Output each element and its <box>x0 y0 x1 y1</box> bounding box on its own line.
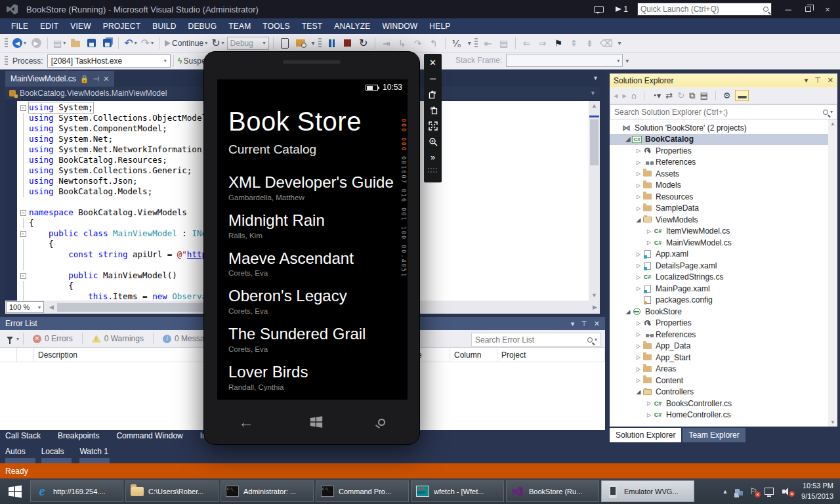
hex-toggle-button[interactable]: ⅟₀ <box>450 36 464 51</box>
stack-frame-dropdown[interactable]: ▾ <box>506 54 623 67</box>
preview-selected-items-button[interactable]: ▬ <box>735 90 749 101</box>
toolbar-overflow[interactable]: ▾ <box>618 39 621 47</box>
tree-item-content[interactable]: ▷Content <box>610 375 837 387</box>
home-button[interactable]: ⌂ <box>631 91 637 100</box>
expander-icon[interactable]: ▷ <box>645 400 653 406</box>
book-list-item[interactable]: Midnight RainRalls, Kim <box>228 211 408 240</box>
show-all-files-button[interactable]: ▤ <box>700 91 707 100</box>
scroll-left-icon[interactable]: ◀ <box>47 302 56 313</box>
tab-breakpoints[interactable]: Breakpoints <box>58 431 99 440</box>
action-center-icon[interactable]: ⚐✕ <box>749 486 757 496</box>
toolbar-grip[interactable] <box>318 38 322 49</box>
taskbar-button-cmd[interactable]: C:\_Command Pro... <box>316 480 409 502</box>
tree-item-mainpage-xaml[interactable]: ▷MainPage.xaml <box>610 283 837 295</box>
outlining-margin[interactable] <box>17 144 29 155</box>
emulator-close-button[interactable]: ✕ <box>426 56 440 69</box>
taskbar-button-vs[interactable]: BookStore (Ru... <box>506 480 599 502</box>
collapse-box-icon[interactable]: − <box>20 105 26 111</box>
outlining-margin[interactable] <box>17 239 29 249</box>
tree-item-itemviewmodel-cs[interactable]: ▷C#ItemViewModel.cs <box>610 226 837 238</box>
hyperv-tray-icon[interactable] <box>735 489 740 494</box>
tree-item-properties[interactable]: ▷Properties <box>610 145 837 157</box>
outlining-margin[interactable] <box>17 281 29 291</box>
document-tab[interactable]: MainViewModel.cs 🔒 ⊣ ✕ <box>5 71 114 87</box>
book-list-item[interactable]: Oberon's LegacyCorets, Eva <box>228 287 408 315</box>
tab-watch-1[interactable]: Watch 1 <box>79 447 108 456</box>
outlining-margin[interactable] <box>17 155 29 165</box>
toolbar-overflow[interactable]: ▾ <box>468 39 471 47</box>
refresh-app-button[interactable]: ↻▾ <box>210 36 225 51</box>
close-button[interactable]: × <box>818 2 837 16</box>
tree-item-sampledata[interactable]: ▷SampleData <box>610 203 837 215</box>
network-icon[interactable] <box>765 488 774 495</box>
tree-item-bookscontroller-cs[interactable]: ▷C#BooksController.cs <box>610 398 837 410</box>
collapse-box-icon[interactable]: − <box>20 210 26 216</box>
expander-icon[interactable]: ◢ <box>624 308 632 315</box>
menu-item-team[interactable]: TEAM <box>222 19 257 33</box>
taskbar-button-folder[interactable]: C:\Users\Rober... <box>125 480 219 502</box>
tree-item-bookcatalog[interactable]: ◢C#BookCatalog <box>610 134 837 146</box>
scroll-up-icon[interactable]: ▲ <box>589 101 600 111</box>
tab-call-stack[interactable]: Call Stack <box>5 431 41 440</box>
tree-item-areas[interactable]: ▷Areas <box>610 364 837 375</box>
outlining-margin[interactable] <box>17 291 29 301</box>
book-list-item[interactable]: XML Developer's GuideGambardella, Matthe… <box>228 173 408 201</box>
pin-icon[interactable]: ⊤ <box>814 76 821 85</box>
expander-icon[interactable]: ▷ <box>645 412 653 418</box>
scroll-down-icon[interactable]: ▼ <box>828 419 837 425</box>
outlining-margin[interactable] <box>17 134 29 144</box>
tab-autos[interactable]: Autos <box>5 447 26 456</box>
pin-icon[interactable]: ⊤ <box>581 320 587 328</box>
menu-item-test[interactable]: TEST <box>296 19 328 33</box>
expander-icon[interactable]: ◢ <box>624 136 632 142</box>
debug-config-dropdown[interactable]: Debug▾ <box>227 37 269 50</box>
outlining-margin[interactable]: − <box>17 270 29 281</box>
increase-indent-button[interactable]: ⇒ <box>536 36 550 51</box>
tree-item-app-data[interactable]: ▷App_Data <box>610 341 837 352</box>
tab-command-window[interactable]: Command Window <box>116 431 182 440</box>
scroll-right-icon[interactable]: ▶ <box>590 302 600 313</box>
rotate-left-button[interactable] <box>426 88 440 100</box>
stop-debugging-button[interactable] <box>341 36 355 51</box>
search-options-dropdown[interactable]: ▾ <box>830 109 833 115</box>
tree-item-app-xaml[interactable]: ▷App.xaml <box>610 249 837 261</box>
rotate-right-button[interactable] <box>426 104 440 116</box>
collapse-all-button[interactable]: ⧉ <box>689 91 695 100</box>
menu-item-help[interactable]: HELP <box>423 19 456 33</box>
notifications-button[interactable]: 1 <box>616 5 628 14</box>
expander-icon[interactable]: ▷ <box>635 331 642 337</box>
expander-icon[interactable]: ▷ <box>635 251 642 257</box>
error-list-search-box[interactable]: ▾ <box>471 333 601 346</box>
pin-icon[interactable]: ⊣ <box>93 75 100 83</box>
properties-button[interactable]: ⚙ <box>723 91 731 100</box>
tab-team-explorer[interactable]: Team Explorer <box>682 428 745 442</box>
tree-item-controllers[interactable]: ◢Controllers <box>610 387 837 398</box>
restart-button[interactable]: ↻ <box>356 36 371 51</box>
start-button[interactable] <box>0 478 30 504</box>
minimize-button[interactable]: ─ <box>778 2 798 16</box>
book-list-item[interactable]: Maeve AscendantCorets, Eva <box>228 249 408 278</box>
navigate-backward-code-button[interactable]: ⇤ <box>481 36 495 51</box>
expander-icon[interactable]: ◢ <box>635 388 642 395</box>
outlining-margin[interactable] <box>17 218 29 228</box>
show-next-statement-button[interactable]: ⇥ <box>379 36 394 51</box>
expander-icon[interactable]: ▷ <box>635 194 642 200</box>
expander-icon[interactable]: ▷ <box>635 148 642 154</box>
phone-search-button[interactable] <box>378 419 385 426</box>
toolbar-grip[interactable] <box>474 38 478 49</box>
menu-item-window[interactable]: WINDOW <box>376 19 423 33</box>
tree-item-references[interactable]: ▷References <box>610 329 837 341</box>
book-list[interactable]: XML Developer's GuideGambardella, Matthe… <box>217 173 408 400</box>
phone-back-button[interactable]: ← <box>238 414 254 430</box>
zoom-button[interactable] <box>426 135 440 148</box>
break-all-button[interactable] <box>325 36 339 51</box>
close-icon[interactable]: ✕ <box>828 76 833 85</box>
step-into-button[interactable]: ↳ <box>395 36 410 51</box>
outlining-margin[interactable] <box>17 165 29 176</box>
tree-item-homecontroller-cs[interactable]: ▷C#HomeController.cs <box>610 410 837 421</box>
tree-item-references[interactable]: ▷References <box>610 157 837 169</box>
taskbar-button-cmd[interactable]: C:\_Administrator: ... <box>220 480 314 502</box>
step-out-button[interactable]: ↰ <box>427 36 441 51</box>
window-position-dropdown[interactable]: ▾ <box>805 76 808 85</box>
menu-item-edit[interactable]: EDIT <box>34 19 64 33</box>
